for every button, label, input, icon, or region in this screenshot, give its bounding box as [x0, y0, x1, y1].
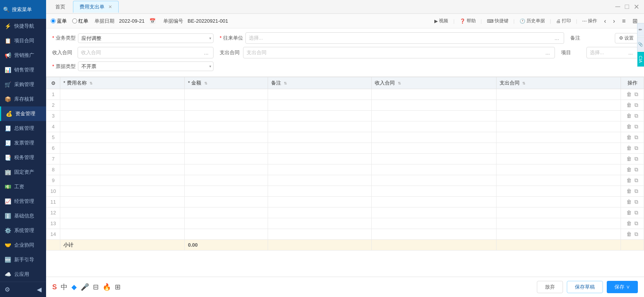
row-income-contract[interactable] — [372, 175, 496, 186]
row-income-contract[interactable] — [372, 121, 496, 132]
expense-contract-input[interactable]: 支出合同 ... — [243, 47, 555, 58]
row-delete-icon[interactable]: 🗑 — [626, 231, 632, 237]
footer-icon-2[interactable]: ◆ — [71, 283, 77, 291]
row-income-contract[interactable] — [372, 197, 496, 207]
video-action[interactable]: ▶ 视频 — [432, 17, 450, 25]
row-expense-name[interactable] — [60, 207, 185, 218]
sidebar-item-marketing[interactable]: 📢 营销推广 — [0, 48, 46, 63]
row-expense-contract[interactable] — [496, 111, 621, 121]
window-maximize[interactable]: □ — [623, 3, 631, 11]
sidebar-item-new-guide[interactable]: 🆕 新手引导 — [0, 252, 46, 267]
sort-expense-icon[interactable]: ⇅ — [89, 81, 93, 85]
row-delete-icon[interactable]: 🗑 — [626, 91, 632, 97]
row-note[interactable] — [268, 197, 371, 207]
attach-panel-tab[interactable]: 📎 — [637, 37, 644, 51]
setting-button[interactable]: ⚙ 设置 — [615, 33, 638, 43]
sidebar-item-accounting[interactable]: 🧾 总账管理 — [0, 121, 46, 136]
row-delete-icon[interactable]: 🗑 — [626, 145, 632, 151]
row-delete-icon[interactable]: 🗑 — [626, 113, 632, 119]
row-delete-icon[interactable]: 🗑 — [626, 123, 632, 129]
row-income-contract[interactable] — [372, 218, 496, 229]
footer-icon-6[interactable]: ⊞ — [115, 283, 121, 291]
row-expense-contract[interactable] — [496, 164, 621, 175]
row-expense-name[interactable] — [60, 89, 185, 100]
sidebar-item-basic-info[interactable]: ℹ️ 基础信息 — [0, 209, 46, 223]
row-expense-name[interactable] — [60, 143, 185, 154]
sidebar-item-ops-mgmt[interactable]: 📈 经营管理 — [0, 194, 46, 209]
row-note[interactable] — [268, 143, 371, 154]
business-type-select[interactable]: 应付调整 — [78, 33, 214, 43]
row-expense-name[interactable] — [60, 218, 185, 229]
sidebar-item-cloud-apps[interactable]: ☁️ 云应用 — [0, 267, 46, 282]
row-note[interactable] — [268, 100, 371, 111]
row-note[interactable] — [268, 121, 371, 132]
help-action[interactable]: ❓ 帮助 — [458, 17, 478, 25]
row-amount[interactable] — [185, 100, 268, 111]
row-expense-contract[interactable] — [496, 143, 621, 154]
nav-next[interactable]: › — [611, 17, 617, 26]
sort-income-icon[interactable]: ⇅ — [398, 81, 401, 85]
footer-icon-5[interactable]: 🔥 — [103, 283, 111, 291]
row-expense-name[interactable] — [60, 132, 185, 143]
sort-amount-icon[interactable]: ⇅ — [204, 81, 207, 85]
row-expense-name[interactable] — [60, 100, 185, 111]
row-note[interactable] — [268, 229, 371, 240]
row-expense-contract[interactable] — [496, 186, 621, 197]
sidebar-item-invoice-mgmt[interactable]: 🧾 发票管理 — [0, 136, 46, 150]
row-amount[interactable] — [185, 89, 268, 100]
row-amount[interactable] — [185, 154, 268, 164]
operations-action[interactable]: ⋯ 操作 — [580, 17, 599, 25]
row-note[interactable] — [268, 164, 371, 175]
row-amount[interactable] — [185, 218, 268, 229]
row-delete-icon[interactable]: 🗑 — [626, 188, 632, 194]
row-amount[interactable] — [185, 197, 268, 207]
sidebar-item-capital-mgmt[interactable]: 💰 资金管理 — [0, 106, 46, 121]
sidebar-item-sales-mgmt[interactable]: 📊 销售管理 — [0, 63, 46, 77]
expense-contract-more-btn[interactable]: ... — [544, 49, 551, 56]
sort-expense-contract-icon[interactable]: ⇅ — [522, 81, 525, 85]
row-expense-contract[interactable] — [496, 218, 621, 229]
calendar-icon[interactable]: 📅 — [149, 18, 156, 24]
invoice-type-select[interactable]: 不开票 — [78, 61, 214, 71]
row-delete-icon[interactable]: 🗑 — [626, 209, 632, 216]
row-expense-name[interactable] — [60, 121, 185, 132]
row-amount[interactable] — [185, 229, 268, 240]
save-draft-button[interactable]: 保存草稿 — [567, 281, 603, 293]
counterpart-more-btn[interactable]: ... — [553, 34, 561, 42]
settings-icon[interactable]: ⚙ — [5, 286, 10, 293]
blue-radio[interactable] — [51, 18, 56, 23]
row-income-contract[interactable] — [372, 207, 496, 218]
row-income-contract[interactable] — [372, 111, 496, 121]
row-expense-name[interactable] — [60, 154, 185, 164]
row-expense-contract[interactable] — [496, 229, 621, 240]
row-income-contract[interactable] — [372, 229, 496, 240]
row-expense-contract[interactable] — [496, 197, 621, 207]
row-income-contract[interactable] — [372, 186, 496, 197]
row-amount[interactable] — [185, 143, 268, 154]
row-expense-name[interactable] — [60, 186, 185, 197]
row-note[interactable] — [268, 186, 371, 197]
tab-home[interactable]: 首页 — [49, 1, 71, 13]
print-action[interactable]: 🖨 打印 — [554, 17, 573, 25]
row-note[interactable] — [268, 154, 371, 164]
row-expense-contract[interactable] — [496, 175, 621, 186]
save-button[interactable]: 保存 ∨ — [607, 281, 638, 293]
business-type-select-wrap[interactable]: 应付调整 ▾ — [78, 33, 214, 43]
row-expense-contract[interactable] — [496, 132, 621, 143]
row-note[interactable] — [268, 175, 371, 186]
income-contract-more-btn[interactable]: ... — [202, 49, 210, 56]
sidebar-item-tax-mgmt[interactable]: 📑 税务管理 — [0, 150, 46, 165]
row-delete-icon[interactable]: 🗑 — [626, 102, 632, 108]
row-amount[interactable] — [185, 207, 268, 218]
row-expense-name[interactable] — [60, 111, 185, 121]
row-delete-icon[interactable]: 🗑 — [626, 166, 632, 173]
sidebar-item-system-mgmt[interactable]: ⚙️ 系统管理 — [0, 223, 46, 238]
sidebar-item-project-contract[interactable]: 📋 项目合同 — [0, 33, 46, 48]
row-income-contract[interactable] — [372, 154, 496, 164]
row-expense-name[interactable] — [60, 229, 185, 240]
project-more-btn[interactable]: ... — [627, 49, 634, 56]
red-radio-label[interactable]: 红单 — [72, 18, 88, 25]
row-amount[interactable] — [185, 186, 268, 197]
row-expense-name[interactable] — [60, 175, 185, 186]
row-amount[interactable] — [185, 111, 268, 121]
